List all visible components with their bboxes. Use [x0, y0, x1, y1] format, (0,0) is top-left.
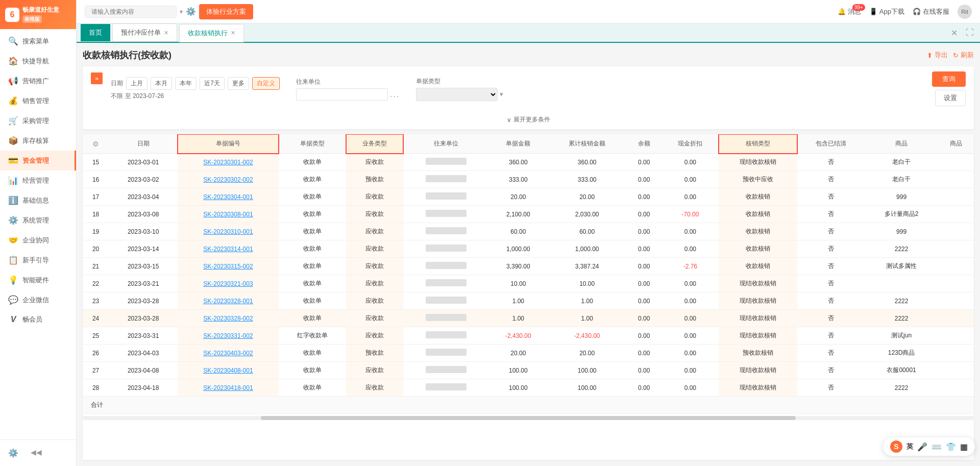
table-scrollbar-thumb	[261, 416, 796, 420]
messages-button[interactable]: 🔔 消息 99+	[838, 7, 861, 16]
topbar-gear-icon[interactable]: ⚙️	[186, 7, 196, 16]
tab-prepay-close-icon[interactable]: ✕	[164, 30, 168, 36]
doc-no-link[interactable]: SK-20230304-001	[203, 193, 253, 201]
sidebar-item-hardware[interactable]: 💡 智能硬件	[0, 270, 76, 290]
doc-no-link[interactable]: SK-20230403-002	[203, 350, 253, 357]
page-title: 收款核销执行(按收款)	[83, 49, 172, 61]
logo-icon: 6	[5, 8, 19, 22]
table-row[interactable]: 24 2023-03-28 SK-20230328-002 收款单 应收款 1.…	[83, 310, 974, 327]
doc-no-link[interactable]: SK-20230328-001	[203, 298, 253, 305]
tab-prepay[interactable]: 预付冲应付单 ✕	[112, 23, 177, 42]
sidebar-item-operations[interactable]: 📊 经营管理	[0, 170, 76, 190]
col-verify-type: 核销类型	[719, 134, 797, 154]
table-row[interactable]: 26 2023-04-03 SK-20230403-002 收款单 预收款 20…	[83, 345, 974, 362]
col-balance: 余额	[626, 134, 662, 154]
tab-controls: ✕ ⛶	[949, 26, 976, 40]
col-doc-type: 单据类型	[279, 134, 346, 154]
table-row[interactable]: 15 2023-03-01 SK-20230301-002 收款单 应收款 36…	[83, 154, 974, 171]
app-download-button[interactable]: 📱 App下载	[869, 7, 904, 16]
date-7days-btn[interactable]: 近7天	[200, 77, 225, 90]
chat-icon: 💬	[8, 295, 18, 305]
doc-no-link[interactable]: SK-20230310-001	[203, 228, 253, 235]
col-discount: 现金折扣	[662, 134, 719, 154]
table-row[interactable]: 22 2023-03-21 SK-20230321-003 收款单 应收款 10…	[83, 275, 974, 292]
table-row[interactable]: 27 2023-04-08 SK-20230408-001 收款单 应收款 10…	[83, 362, 974, 379]
export-button[interactable]: ⬆ 导出	[927, 51, 948, 60]
settings-bottom-icon[interactable]: ⚙️	[8, 448, 18, 458]
tab-receipt-close-icon[interactable]: ✕	[231, 30, 235, 36]
sidebar-item-guide[interactable]: 📋 新手引导	[0, 250, 76, 270]
date-more-btn[interactable]: 更多	[228, 77, 249, 90]
sidebar-item-system[interactable]: ⚙️ 系统管理	[0, 210, 76, 230]
sidebar-item-basic[interactable]: ℹ️ 基础信息	[0, 190, 76, 210]
doc-no-link[interactable]: SK-20230418-001	[203, 384, 253, 391]
sidebar-item-finance[interactable]: 💳 资金管理	[0, 151, 76, 170]
online-service-button[interactable]: 🎧 在线客服	[913, 7, 949, 16]
partner-input[interactable]	[296, 88, 388, 101]
filter-toggle-button[interactable]: »	[91, 72, 103, 84]
settings-button[interactable]: 设置	[935, 90, 966, 106]
table-scrollbar[interactable]	[83, 416, 974, 420]
doc-type-select[interactable]	[416, 88, 498, 101]
col-partner: 往来单位	[403, 134, 488, 154]
table-row[interactable]: 28 2023-04-18 SK-20230418-001 收款单 应收款 10…	[83, 379, 974, 397]
table-row[interactable]: 19 2023-03-10 SK-20230310-001 收款单 应收款 60…	[83, 223, 974, 240]
float-keyboard-icon[interactable]: ⌨️	[932, 442, 942, 452]
table-row[interactable]: 18 2023-03-08 SK-20230308-001 收款单 应收款 2,…	[83, 206, 974, 223]
cart-icon: 🛒	[8, 116, 18, 126]
info-icon: ℹ️	[8, 195, 18, 205]
bell-icon: 🔔	[838, 8, 846, 15]
tab-receipt[interactable]: 收款核销执行 ✕	[179, 24, 244, 42]
refresh-button[interactable]: ↻ 刷新	[953, 51, 974, 60]
search-icon: 🔍	[8, 36, 18, 46]
sidebar-item-marketing[interactable]: 📢 营销推广	[0, 71, 76, 91]
sidebar-item-quick-nav[interactable]: 🏠 快捷导航	[0, 51, 76, 71]
float-grid-icon[interactable]: ▦	[960, 442, 968, 452]
table-row[interactable]: 17 2023-03-04 SK-20230304-001 收款单 应收款 20…	[83, 188, 974, 206]
doc-no-link[interactable]: SK-20230408-001	[203, 367, 253, 374]
data-table-wrap: ⚙ 日期 单据编号 单据类型 业务类型 往来单位 单据金额 累计核销金额 余额 …	[83, 134, 974, 460]
query-button[interactable]: 查询	[932, 71, 966, 87]
doc-no-link[interactable]: SK-20230302-002	[203, 176, 253, 183]
close-tab-icon[interactable]: ✕	[949, 26, 960, 40]
filter-bar: » 日期 上月 本月 本年 近7天 更多 自定义 不限 至 2023-07-26	[83, 66, 974, 129]
sidebar-item-purchase[interactable]: 🛒 采购管理	[0, 111, 76, 131]
doc-no-link[interactable]: SK-20230321-003	[203, 280, 253, 287]
table-row[interactable]: 25 2023-03-31 SK-20230331-002 红字收款单 应收款 …	[83, 327, 974, 345]
table-row[interactable]: 20 2023-03-14 SK-20230314-001 收款单 应收款 1,…	[83, 240, 974, 258]
expand-conditions-button[interactable]: ∨ 展开更多条件	[507, 115, 550, 124]
avatar[interactable]: Rit	[958, 5, 972, 19]
expand-tab-icon[interactable]: ⛶	[964, 26, 976, 39]
col-settings[interactable]: ⚙	[83, 134, 109, 154]
partner-dots[interactable]: ...	[390, 90, 400, 99]
mobile-icon: 📱	[869, 8, 877, 15]
doc-no-link[interactable]: SK-20230315-002	[203, 263, 253, 270]
table-row[interactable]: 23 2023-03-28 SK-20230328-001 收款单 应收款 1.…	[83, 292, 974, 310]
collapse-icon[interactable]: ◀◀	[31, 448, 42, 458]
table-row[interactable]: 16 2023-03-02 SK-20230302-002 收款单 预收款 33…	[83, 171, 974, 188]
sidebar-item-search[interactable]: 🔍 搜索菜单	[0, 31, 76, 51]
date-prev-month-btn[interactable]: 上月	[126, 77, 148, 90]
date-custom-btn[interactable]: 自定义	[252, 77, 280, 90]
tabs-bar: 首页 预付冲应付单 ✕ 收款核销执行 ✕ ✕ ⛶	[77, 23, 980, 43]
sidebar-item-sales[interactable]: 💰 销售管理	[0, 91, 76, 111]
doc-no-link[interactable]: SK-20230328-002	[203, 315, 253, 322]
main: ▾ ⚙️ 体验行业方案 🔔 消息 99+ 📱 App下载 🎧 在线客服 Rit …	[77, 0, 980, 466]
tab-home[interactable]: 首页	[81, 24, 110, 41]
sidebar-item-corp[interactable]: 🤝 企业协同	[0, 230, 76, 250]
doc-no-link[interactable]: SK-20230331-002	[203, 332, 253, 339]
sidebar-item-wechat[interactable]: 💬 企业微信	[0, 290, 76, 310]
sidebar-item-inventory[interactable]: 📦 库存核算	[0, 131, 76, 151]
table-row[interactable]: 21 2023-03-15 SK-20230315-002 收款单 应收款 3,…	[83, 258, 974, 275]
solution-button[interactable]: 体验行业方案	[199, 4, 253, 19]
topbar-search-input[interactable]	[85, 6, 177, 18]
float-bar: S 英 🎤 ⌨️ 👕 ▦	[883, 437, 975, 456]
date-this-month-btn[interactable]: 本月	[151, 77, 172, 90]
doc-no-link[interactable]: SK-20230308-001	[203, 211, 253, 218]
doc-no-link[interactable]: SK-20230314-001	[203, 246, 253, 253]
float-shirt-icon[interactable]: 👕	[946, 442, 956, 452]
float-mic-icon[interactable]: 🎤	[917, 442, 927, 452]
doc-no-link[interactable]: SK-20230301-002	[203, 159, 253, 166]
date-this-year-btn[interactable]: 本年	[175, 77, 197, 90]
sidebar-item-member[interactable]: V 畅会员	[0, 310, 76, 329]
